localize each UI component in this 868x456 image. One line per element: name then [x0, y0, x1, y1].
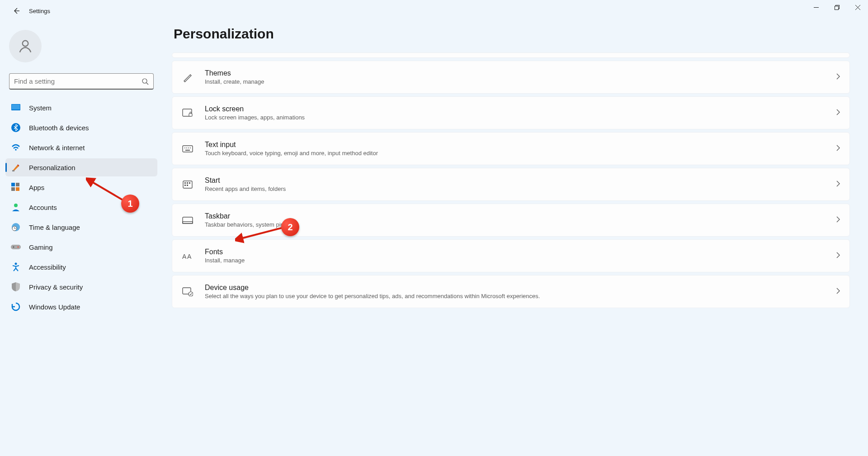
card-subtitle: Taskbar behaviors, system pins [205, 221, 836, 228]
svg-point-26 [186, 147, 187, 148]
card-text: Lock screen Lock screen images, apps, an… [205, 105, 836, 121]
svg-text:A: A [187, 253, 192, 260]
gamepad-icon [11, 242, 21, 252]
svg-rect-32 [187, 182, 188, 184]
paintbrush-icon [11, 162, 21, 172]
svg-point-27 [188, 147, 189, 148]
sidebar-item-update[interactable]: Windows Update [5, 298, 157, 316]
annotation-badge-2: 2 [281, 218, 299, 236]
search-icon [142, 78, 149, 85]
svg-rect-33 [189, 182, 190, 184]
sidebar-item-label: Privacy & security [29, 283, 83, 291]
svg-line-43 [240, 227, 285, 239]
svg-rect-10 [12, 170, 14, 171]
svg-text:A: A [182, 253, 187, 260]
sidebar-item-personalization[interactable]: Personalization [5, 158, 157, 176]
shield-icon [11, 282, 21, 292]
card-subtitle: Install, manage [205, 257, 836, 264]
search-box[interactable] [9, 73, 154, 90]
sidebar-item-bluetooth[interactable]: Bluetooth & devices [5, 119, 157, 137]
svg-rect-11 [11, 183, 15, 186]
pen-icon [181, 71, 194, 84]
sidebar-item-label: Time & language [29, 223, 80, 231]
close-button[interactable] [847, 0, 868, 14]
clock-globe-icon [11, 222, 21, 232]
card-partial [172, 52, 850, 58]
svg-rect-35 [187, 185, 188, 186]
svg-rect-34 [184, 185, 186, 186]
chevron-right-icon [836, 145, 840, 153]
svg-rect-13 [11, 187, 15, 191]
svg-rect-7 [12, 104, 20, 109]
sidebar-item-label: Accounts [29, 204, 57, 211]
card-title: Lock screen [205, 105, 836, 113]
card-text: Start Recent apps and items, folders [205, 176, 836, 192]
sidebar-item-label: Accessibility [29, 263, 66, 271]
card-textinput[interactable]: Text input Touch keyboard, voice typing,… [172, 132, 850, 165]
svg-rect-24 [183, 146, 193, 152]
apps-icon [11, 182, 21, 192]
svg-rect-31 [184, 182, 186, 184]
chevron-right-icon [836, 73, 840, 81]
svg-point-20 [18, 247, 19, 248]
sidebar-item-label: Gaming [29, 243, 53, 251]
card-subtitle: Lock screen images, apps, animations [205, 114, 836, 121]
card-title: Themes [205, 69, 836, 77]
svg-rect-14 [16, 187, 19, 191]
minimize-button[interactable] [806, 0, 826, 14]
svg-rect-23 [189, 114, 192, 116]
card-themes[interactable]: Themes Install, create, manage [172, 61, 850, 94]
card-subtitle: Recent apps and items, folders [205, 185, 836, 192]
card-text: Themes Install, create, manage [205, 69, 836, 85]
card-title: Start [205, 176, 836, 185]
svg-point-19 [13, 247, 14, 248]
card-text: Device usage Select all the ways you pla… [205, 284, 836, 299]
card-title: Device usage [205, 284, 836, 292]
sidebar: System Bluetooth & devices Network & int… [0, 22, 163, 456]
user-avatar[interactable] [9, 30, 42, 62]
back-arrow-icon [13, 7, 20, 14]
svg-point-3 [23, 41, 28, 47]
card-start[interactable]: Start Recent apps and items, folders [172, 168, 850, 201]
sidebar-item-label: Apps [29, 184, 44, 191]
sidebar-item-label: Windows Update [29, 303, 80, 311]
sidebar-item-gaming[interactable]: Gaming [5, 238, 157, 256]
page-title: Personalization [174, 26, 850, 42]
chevron-right-icon [836, 180, 840, 189]
card-title: Taskbar [205, 212, 836, 220]
svg-point-15 [14, 204, 18, 207]
back-button[interactable] [7, 2, 25, 20]
svg-point-21 [15, 263, 17, 265]
taskbar-icon [181, 214, 194, 227]
card-title: Fonts [205, 248, 836, 256]
chevron-right-icon [836, 252, 840, 260]
card-text: Text input Touch keyboard, voice typing,… [205, 141, 836, 157]
sidebar-item-network[interactable]: Network & internet [5, 138, 157, 157]
svg-rect-18 [11, 245, 21, 249]
svg-rect-29 [185, 150, 190, 151]
sidebar-item-time[interactable]: Time & language [5, 218, 157, 236]
wifi-icon [11, 142, 21, 152]
update-icon [11, 302, 21, 312]
bluetooth-icon [11, 123, 21, 133]
chevron-right-icon [836, 216, 840, 224]
sidebar-item-accessibility[interactable]: Accessibility [5, 258, 157, 276]
card-subtitle: Select all the ways you plan to use your… [205, 293, 836, 299]
sidebar-item-label: System [29, 104, 52, 112]
card-text: Fonts Install, manage [205, 248, 836, 264]
search-input[interactable] [14, 77, 142, 85]
sidebar-item-system[interactable]: System [5, 99, 157, 117]
fonts-icon: AA [181, 250, 194, 262]
monitor-icon [11, 103, 21, 113]
app-title: Settings [29, 8, 50, 14]
svg-line-5 [146, 83, 148, 85]
card-deviceusage[interactable]: Device usage Select all the ways you pla… [172, 275, 850, 308]
sidebar-item-privacy[interactable]: Privacy & security [5, 278, 157, 296]
svg-point-28 [190, 147, 191, 148]
maximize-button[interactable] [826, 0, 847, 14]
keyboard-icon [181, 142, 194, 155]
card-lockscreen[interactable]: Lock screen Lock screen images, apps, an… [172, 96, 850, 129]
svg-rect-2 [835, 6, 838, 10]
titlebar: Settings [0, 0, 868, 22]
window-controls [806, 0, 868, 14]
